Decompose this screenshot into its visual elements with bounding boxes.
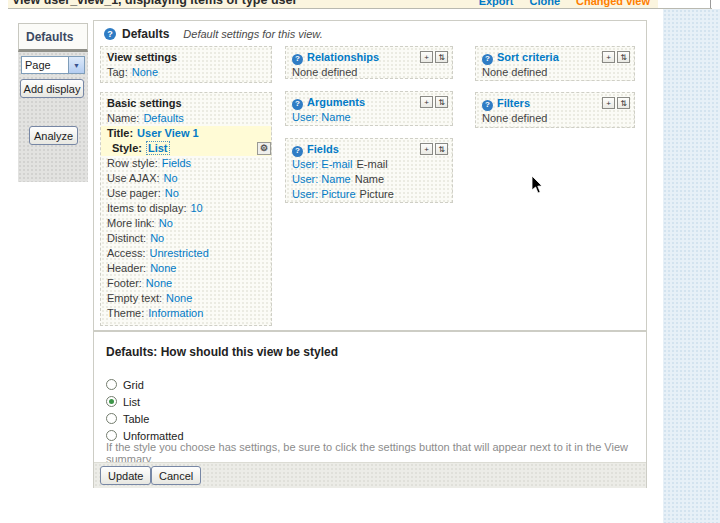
setting-row: Row style:Fields [107,156,265,171]
radio-list[interactable]: List [106,393,184,410]
setting-value-link[interactable]: Information [148,307,203,319]
section-filters: ?Filters +⇅ None defined [475,92,635,128]
tab-defaults-label: Defaults [26,30,73,44]
setting-value-link[interactable]: Defaults [143,112,183,124]
empty-text: None defined [292,65,446,80]
radio-icon [106,430,117,441]
field-link[interactable]: User: E-mail [292,158,353,170]
setting-value-link[interactable]: None [166,292,192,304]
radio-icon [106,379,117,390]
field-link[interactable]: User: Name [292,173,351,185]
section-title-link[interactable]: Filters [497,97,530,109]
setting-value-link[interactable]: List [146,141,170,155]
argument-link[interactable]: User: Name [292,111,351,123]
rearrange-button[interactable]: ⇅ [617,97,630,109]
radio-icon [106,396,117,407]
section-title: View settings [107,50,265,65]
section-title: Basic settings [107,96,265,111]
changed-view-link[interactable]: Changed view [576,0,650,7]
help-icon[interactable]: ? [482,100,493,111]
field-label: Name [355,173,384,185]
section-title-link[interactable]: Arguments [307,96,365,108]
tab-defaults[interactable]: Defaults [18,23,88,52]
setting-value-link[interactable]: No [164,172,178,184]
display-type-select[interactable]: Page ▼ [21,56,85,74]
setting-row: More link:No [107,216,265,231]
rearrange-button[interactable]: ⇅ [435,143,448,155]
section-basic-settings: Basic settings Name:Defaults Title:User … [100,92,272,326]
display-title: Defaults [122,27,169,41]
field-item: User: PicturePicture [292,187,446,202]
rearrange-button[interactable]: ⇅ [617,51,630,63]
update-button[interactable]: Update [100,466,151,485]
view-title: View user_view_1, displaying items of ty… [12,0,479,7]
setting-value-link[interactable]: No [150,232,164,244]
cancel-button[interactable]: Cancel [151,466,201,485]
setting-row-style-selected: Style:List ⚙ [101,141,271,156]
clone-link[interactable]: Clone [529,0,560,7]
setting-value-link[interactable]: None [146,277,172,289]
analyze-button[interactable]: Analyze [29,126,78,145]
page-right-margin [663,9,720,523]
setting-value-link[interactable]: None [132,66,158,78]
add-item-button[interactable]: + [420,96,433,108]
radio-label: Unformatted [123,430,184,442]
argument-item: User: Name [292,110,446,125]
title-divider [8,8,712,9]
setting-value-link[interactable]: User View 1 [137,127,199,139]
setting-value-link[interactable]: 10 [190,202,202,214]
chevron-down-icon: ▼ [68,57,84,73]
section-title-link[interactable]: Sort criteria [497,51,559,63]
setting-row: Tag:None [107,65,265,80]
style-settings-button: ⚙ [257,142,271,155]
add-display-button[interactable]: Add display [20,79,84,98]
help-icon[interactable]: ? [292,146,303,157]
form-button-strip: Update Cancel [94,462,646,488]
setting-row: Access:Unrestricted [107,246,265,261]
setting-value-link[interactable]: No [159,217,173,229]
setting-row: Name:Defaults [107,111,265,126]
setting-value-link[interactable]: No [165,187,179,199]
views-edit-screen: View user_view_1, displaying items of ty… [0,0,720,523]
section-title-link[interactable]: Fields [307,143,339,155]
add-item-button[interactable]: + [602,51,615,63]
section-arguments: ?Arguments +⇅ User: Name [285,91,453,126]
radio-icon [106,413,117,424]
setting-row: Items to display:10 [107,201,265,216]
setting-value-link[interactable]: None [150,262,176,274]
section-fields: ?Fields +⇅ User: E-mailE-mail User: Name… [285,138,453,203]
radio-table[interactable]: Table [106,410,184,427]
help-icon[interactable]: ? [292,54,303,65]
section-sort-criteria: ?Sort criteria +⇅ None defined [475,46,635,81]
export-link[interactable]: Export [479,0,514,7]
setting-row: Use pager:No [107,186,265,201]
style-options: Grid List Table Unformatted [106,376,184,444]
section-title-link[interactable]: Relationships [307,51,379,63]
empty-text: None defined [482,111,628,126]
help-icon[interactable]: ? [104,28,116,40]
section-view-settings: View settings Tag:None [100,46,272,83]
rearrange-button[interactable]: ⇅ [435,51,448,63]
radio-grid[interactable]: Grid [106,376,184,393]
add-item-button[interactable]: + [602,97,615,109]
field-item: User: E-mailE-mail [292,157,446,172]
help-icon[interactable]: ? [292,99,303,110]
setting-row-title-highlighted: Title:User View 1 [101,126,271,141]
help-icon[interactable]: ? [482,54,493,65]
scrollbar-edge [710,0,711,8]
field-item: User: NameName [292,172,446,187]
setting-row: Distinct:No [107,231,265,246]
add-item-button[interactable]: + [420,143,433,155]
display-subtitle: Default settings for this view. [183,28,322,40]
view-links: Export Clone Changed view [479,0,650,7]
setting-row: Header:None [107,261,265,276]
setting-row: Footer:None [107,276,265,291]
field-label: E-mail [357,158,388,170]
field-link[interactable]: User: Picture [292,188,356,200]
add-item-button[interactable]: + [420,51,433,63]
gear-icon[interactable]: ⚙ [260,141,268,156]
setting-value-link[interactable]: Unrestricted [150,247,209,259]
setting-row: Theme:Information [107,306,265,321]
setting-value-link[interactable]: Fields [162,157,191,169]
rearrange-button[interactable]: ⇅ [435,96,448,108]
